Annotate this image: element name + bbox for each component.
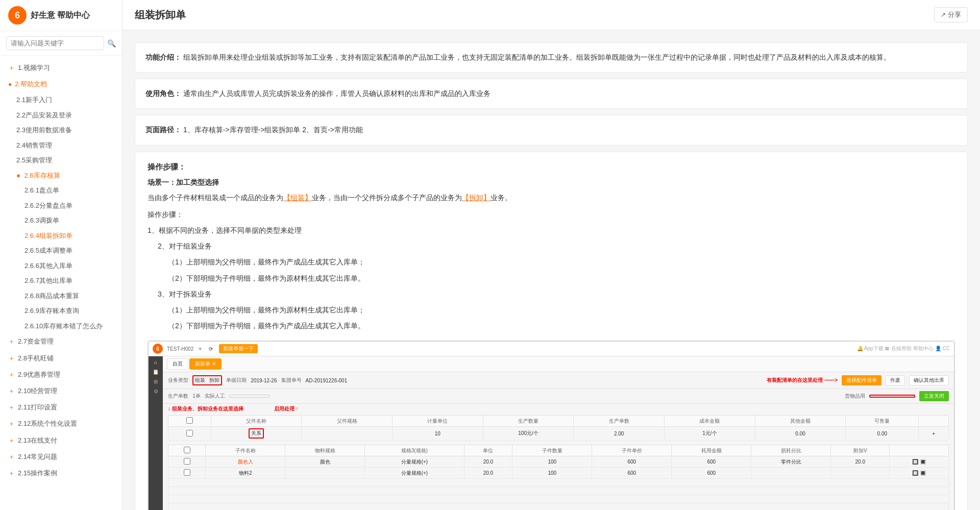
expand-icon: ＋ xyxy=(8,63,15,72)
mock-td2-name: 颜色入 xyxy=(206,456,285,468)
disassemble-link[interactable]: 【拆卸】 xyxy=(462,193,491,202)
mock-th-parent-spec: 父件规格 xyxy=(302,416,393,427)
table-row: 物料2 分量规格(+) 20.0 100 600 600 xyxy=(168,468,949,479)
sidebar-item-ops-mgmt[interactable]: ＋ 2.10经营管理 xyxy=(0,383,122,399)
mock-row2-cb[interactable] xyxy=(184,458,190,465)
mock-td-cb xyxy=(168,427,211,441)
scenario-heading: 场景一：加工类型选择 xyxy=(148,178,955,187)
mock-select-all[interactable] xyxy=(186,417,193,424)
mock-new-btn[interactable]: 新建单据一下 xyxy=(219,344,258,353)
search-box: 🔍 xyxy=(0,31,122,56)
table-row-empty-3 xyxy=(168,479,949,487)
mock-num-value: AD-20191226-001 xyxy=(306,378,348,383)
mock-table1-container: 父件名称 父件规格 计量单位 生产数量 生产单数 成本金额 其他金额 可售量 xyxy=(163,414,954,442)
sidebar-item-funds[interactable]: ＋ 2.7资金管理 xyxy=(0,333,122,350)
mock-goods-input[interactable] xyxy=(869,395,915,398)
sidebar-item-video-learning[interactable]: ＋ 1.视频学习 xyxy=(0,60,122,76)
sidebar-item-inventory[interactable]: ● 2.6库存核算 xyxy=(0,168,122,183)
sidebar-item-online-pay[interactable]: ＋ 2.13在线支付 xyxy=(0,432,122,449)
mock-tab-home[interactable]: 自页 xyxy=(167,358,188,370)
sidebar-item-cases[interactable]: ＋ 2.15操作案例 xyxy=(0,465,122,481)
path-text: 1、库存核算->库存管理->组装拆卸单 2、首页->常用功能 xyxy=(183,126,363,134)
sidebar-item-mobile[interactable]: ＋ 2.8手机旺铺 xyxy=(0,350,122,367)
mock-row2-2-cb[interactable] xyxy=(184,469,190,476)
path-label: 页面路径： xyxy=(145,126,181,134)
mock-select-btn[interactable]: 选择配件清单 xyxy=(842,375,881,385)
mock-td2-add: 20.0 xyxy=(831,456,890,468)
mock-td-other: 0.00 xyxy=(755,427,846,441)
mock-nav-icon-home: ⌂ xyxy=(154,359,157,365)
mock-field-date-label: 单据日期 xyxy=(226,377,247,384)
mock-app: 6 TEST-H002 ▼ ⟳ 新建单据一下 🔔 App下载 ☎ 在线帮助 帮助… xyxy=(148,341,954,510)
share-button[interactable]: ↗ 分享 xyxy=(934,7,968,22)
mock-td2-2-subspec: 分量规格(+) xyxy=(365,468,464,479)
mock-form-row2: 生产单数 1单 实际人工 货物品用 立发关闭 xyxy=(163,389,954,404)
mock-table1: 父件名称 父件规格 计量单位 生产数量 生产单数 成本金额 其他金额 可售量 xyxy=(168,415,949,441)
expand-icon-pers: ＋ xyxy=(8,419,15,428)
sidebar-item-fraction-count[interactable]: 2.6.2分量盘点单 xyxy=(0,198,122,213)
assembly-link[interactable]: 【组装】 xyxy=(283,193,312,202)
mock-annotation-3: 启用处理 ↑ xyxy=(274,405,299,412)
ops-heading: 操作步骤： xyxy=(148,162,955,172)
mock-th2-name: 子件名称 xyxy=(206,445,285,456)
mock-manual-input[interactable] xyxy=(229,395,270,398)
sidebar: 6 好生意 帮助中心 🔍 ＋ 1.视频学习 ● 2.帮助文档 2.1新手入门 2… xyxy=(0,0,122,510)
mock-field-type-label: 业务类型 xyxy=(168,377,188,384)
table-row: 关系 10 100元/个 2.00 1元/个 0.00 0.00 xyxy=(168,427,949,441)
mock-td2-subspec: 分量规格(+) xyxy=(365,456,464,468)
mock-row-cb[interactable] xyxy=(186,430,193,436)
expand-icon-coupon: ＋ xyxy=(8,370,15,379)
sidebar-item-stock-count[interactable]: 2.6.1盘点单 xyxy=(0,183,122,198)
mock-system-name: TEST-H002 xyxy=(167,346,193,352)
mock-select-all2[interactable] xyxy=(184,447,190,453)
sidebar-item-cost-adjust[interactable]: 2.6.5成本调整单 xyxy=(0,243,122,258)
sidebar-item-print[interactable]: ＋ 2.11打印设置 xyxy=(0,399,122,416)
mock-topbar: 6 TEST-H002 ▼ ⟳ 新建单据一下 🔔 App下载 ☎ 在线帮助 帮助… xyxy=(149,342,954,356)
sidebar-item-install[interactable]: 2.2产品安装及登录 xyxy=(0,108,122,123)
sidebar-item-sales[interactable]: 2.4销售管理 xyxy=(0,138,122,153)
collapse-icon: ● xyxy=(8,80,12,89)
mock-th-price: 生产单数 xyxy=(574,416,665,427)
mock-th2-qty2: 子件单价 xyxy=(592,445,672,456)
app-name: 好生意 帮助中心 xyxy=(31,10,90,21)
mock-top-icons: 🔔 App下载 ☎ 在线帮助 帮助中心 👤 CC xyxy=(857,345,950,352)
screenshot-container: 6 TEST-H002 ▼ ⟳ 新建单据一下 🔔 App下载 ☎ 在线帮助 帮助… xyxy=(148,341,955,510)
sidebar-item-faq[interactable]: ＋ 2.14常见问题 xyxy=(0,449,122,465)
expand-icon-print: ＋ xyxy=(8,403,15,412)
mock-th2-qty: 子件数量 xyxy=(512,445,592,456)
sidebar-item-assembly[interactable]: 2.6.4组装拆卸单 xyxy=(0,228,122,244)
mock-tab-new[interactable]: 新新单 ✕ xyxy=(189,358,222,370)
sidebar-item-personalize[interactable]: ＋ 2.12系统个性化设置 xyxy=(0,416,122,432)
sidebar-item-beginner[interactable]: 2.1新手入门 xyxy=(0,92,122,108)
mock-td2-2-add xyxy=(831,468,890,479)
mock-td-price: 2.00 xyxy=(574,427,665,441)
mock-td2-2-cost: 600 xyxy=(672,468,751,479)
sidebar-item-other-out[interactable]: 2.6.7其他出库单 xyxy=(0,273,122,288)
sidebar-item-ledger-query[interactable]: 2.6.9库存账本查询 xyxy=(0,303,122,319)
mock-td2-2-act: 🔲 🔳 xyxy=(890,468,949,479)
app-logo: 6 xyxy=(8,6,27,25)
mock-table2-container: 子件名称 物料规格 规格3(规格) 单位 子件数量 子件单价 耗用金额 损耗分比 xyxy=(163,444,954,510)
step1: 1、根据不同的业务，选择不同单据的类型来处理 xyxy=(148,224,955,237)
step2-1: （1）上部明细为父件明细，最终作为产成品生成其它入库单； xyxy=(168,256,955,269)
mock-close-btn[interactable]: 确认其他出库 xyxy=(909,375,949,385)
mock-confirm-btn[interactable]: 立发关闭 xyxy=(919,391,949,401)
mock-field-count-label: 生产单数 1单 xyxy=(168,393,201,400)
mock-other-btn[interactable]: 作废 xyxy=(886,375,905,385)
sidebar-item-coupon[interactable]: ＋ 2.9优惠券管理 xyxy=(0,367,122,383)
mock-td2-2-cb xyxy=(168,468,206,479)
sidebar-item-purchase[interactable]: 2.5采购管理 xyxy=(0,153,122,168)
mock-th-parent-name: 父件名称 xyxy=(211,416,302,427)
sidebar-item-help-docs[interactable]: ● 2.帮助文档 xyxy=(0,76,122,92)
search-input[interactable] xyxy=(6,36,104,50)
sidebar-item-other-in[interactable]: 2.6.6其他入库单 xyxy=(0,258,122,274)
mock-date-value: 2019-12-26 xyxy=(251,378,277,383)
mock-th-avail: 可售量 xyxy=(846,416,919,427)
sidebar-item-cost-recalc[interactable]: 2.6.8商品成本重算 xyxy=(0,288,122,304)
search-icon[interactable]: 🔍 xyxy=(107,39,116,47)
mock-th2-spec: 物料规格 xyxy=(285,445,365,456)
sidebar-item-data-prep[interactable]: 2.3使用前数据准备 xyxy=(0,123,122,138)
sidebar-item-transfer[interactable]: 2.6.3调拨单 xyxy=(0,213,122,228)
sidebar-item-ledger-fix[interactable]: 2.6.10库存账本错了怎么办 xyxy=(0,319,122,334)
step3-2: （2）下部明细为子件明细，最终作为产成品生成其它入库单。 xyxy=(168,320,955,332)
